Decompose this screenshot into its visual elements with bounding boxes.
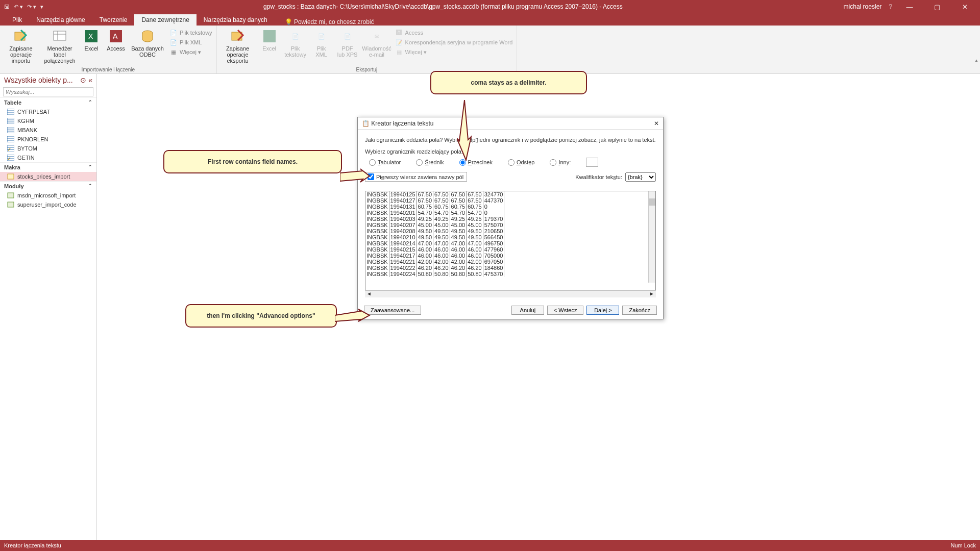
svg-rect-23 xyxy=(7,145,14,152)
export-xml-button: 📄Plik XML xyxy=(311,27,332,66)
other-delimiter-input[interactable] xyxy=(586,158,598,167)
radio-space[interactable]: Odstęp xyxy=(508,159,534,166)
table-icon xyxy=(7,127,14,133)
window-title: gpw_stocks : Baza danych- C:\Users\micha… xyxy=(47,3,838,10)
first-row-checkbox[interactable]: Pierwszy wiersz zawiera nazwy pól xyxy=(365,172,467,182)
table-icon xyxy=(7,118,14,124)
status-bar: Kreator łączenia tekstu Num Lock xyxy=(0,540,980,551)
preview-pane: INGBSK1994012567.5067.5067.5067.50324770… xyxy=(365,191,656,290)
choose-delimiter-label: Wybierz ogranicznik rozdzielający pola: xyxy=(365,148,656,155)
callout-advanced: then I'm clicking "Advanced options" xyxy=(185,304,337,328)
status-numlock: Num Lock xyxy=(950,542,976,548)
text-qualifier-label: Kwalifikator tekstu: xyxy=(575,174,622,180)
status-left: Kreator łączenia tekstu xyxy=(4,542,61,548)
saved-exports-button[interactable]: Zapisane operacje eksportu xyxy=(220,27,256,66)
export-pdf-button: 📄PDF lub XPS xyxy=(335,27,360,66)
table-icon xyxy=(7,145,14,152)
title-bar: 🖫 ↶ ▾ ↷ ▾ ▾ gpw_stocks : Baza danych- C:… xyxy=(0,0,980,13)
radio-tab[interactable]: Tabulator xyxy=(369,159,401,166)
callout-first-row: First row contains field names. xyxy=(163,150,342,173)
dialog-question: Jaki ogranicznik oddziela pola? Wybierz … xyxy=(365,137,656,143)
nav-table-item[interactable]: PKNORLEN xyxy=(0,135,96,144)
nav-section-modules[interactable]: Moduły⌃ xyxy=(0,181,96,191)
tab-external-data[interactable]: Dane zewnętrzne xyxy=(134,14,196,26)
redo-icon[interactable]: ↷ ▾ xyxy=(27,4,36,10)
qat-customize-icon[interactable]: ▾ xyxy=(40,4,43,10)
import-excel-button[interactable]: XExcel xyxy=(81,27,102,66)
import-text-file-button[interactable]: 📄Plik tekstowy xyxy=(168,28,213,37)
tell-me[interactable]: 💡 Powiedz mi, co chcesz zrobić xyxy=(285,18,374,26)
nav-table-item[interactable]: GETIN xyxy=(0,153,96,162)
nav-section-macros[interactable]: Makra⌃ xyxy=(0,162,96,172)
tab-home[interactable]: Narzędzia główne xyxy=(29,14,92,26)
navigation-pane: Wszystkie obiekty p...⊙ « Tabele⌃ CYFRPL… xyxy=(0,74,97,540)
user-name[interactable]: michal roesler xyxy=(844,3,882,10)
export-word-merge-button: 📝Korespondencja seryjna w programie Word xyxy=(394,38,514,47)
import-odbc-button[interactable]: Baza danych ODBC xyxy=(130,27,165,66)
import-access-button[interactable]: AAccess xyxy=(105,27,127,66)
svg-rect-25 xyxy=(8,174,14,179)
export-email-button: ✉Wiadomość e-mail xyxy=(363,27,391,66)
svg-rect-24 xyxy=(7,155,14,161)
text-qualifier-select[interactable]: {brak} xyxy=(625,172,656,182)
nav-header[interactable]: Wszystkie obiekty p...⊙ « xyxy=(0,74,96,86)
radio-semicolon[interactable]: Średnik xyxy=(416,159,444,166)
nav-macro-item[interactable]: stocks_prices_import xyxy=(0,172,96,181)
dialog-title-bar: 📋 Kreator łączenia tekstu ✕ xyxy=(358,117,663,130)
export-more-button: ▦Więcej ▾ xyxy=(394,47,514,57)
tab-create[interactable]: Tworzenie xyxy=(92,14,135,26)
nav-table-item[interactable]: MBANK xyxy=(0,126,96,135)
svg-rect-20 xyxy=(7,136,14,142)
next-button[interactable]: Dalej > xyxy=(586,306,619,315)
svg-text:X: X xyxy=(88,32,93,40)
wizard-icon: 📋 xyxy=(362,120,370,127)
ribbon: Zapisane operacje importu Menedżer tabel… xyxy=(0,26,980,74)
tab-db-tools[interactable]: Narzędzia bazy danych xyxy=(197,14,275,26)
svg-rect-17 xyxy=(7,127,14,133)
callout-comma: coma stays as a delimiter. xyxy=(430,71,587,94)
export-text-button: 📄Plik tekstowy xyxy=(283,27,308,66)
help-icon[interactable]: ? xyxy=(889,3,892,10)
import-xml-button[interactable]: 📄Plik XML xyxy=(168,38,213,47)
delimiter-radios: Tabulator Średnik Przecinek Odstęp Inny: xyxy=(369,158,656,167)
svg-rect-10 xyxy=(263,30,276,42)
linked-table-manager-button[interactable]: Menedżer tabel połączonych xyxy=(42,27,78,66)
minimize-button[interactable]: — xyxy=(899,3,920,11)
nav-search-input[interactable] xyxy=(3,87,93,96)
nav-table-item[interactable]: CYFRPLSAT xyxy=(0,107,96,116)
nav-section-tables[interactable]: Tabele⌃ xyxy=(0,97,96,107)
nav-module-item[interactable]: superuser_import_code xyxy=(0,200,96,209)
table-icon xyxy=(7,136,14,142)
svg-rect-14 xyxy=(7,118,14,124)
nav-module-item[interactable]: msdn_microsoft_import xyxy=(0,191,96,200)
module-icon xyxy=(7,192,14,198)
svg-text:A: A xyxy=(113,32,118,40)
cancel-button[interactable]: Anuluj xyxy=(511,306,544,315)
export-excel-button: Excel xyxy=(259,27,280,66)
ribbon-tabs: Plik Narzędzia główne Tworzenie Dane zew… xyxy=(0,13,980,26)
maximize-button[interactable]: ▢ xyxy=(927,3,947,11)
collapse-ribbon-icon[interactable]: ▲ xyxy=(974,58,979,63)
link-text-wizard-dialog: 📋 Kreator łączenia tekstu ✕ Jaki ogranic… xyxy=(357,117,664,319)
radio-other[interactable]: Inny: xyxy=(550,159,571,166)
nav-table-item[interactable]: BYTOM xyxy=(0,144,96,153)
preview-hscroll[interactable]: ◄► xyxy=(365,290,656,297)
back-button[interactable]: < Wstecz xyxy=(547,306,584,315)
save-icon[interactable]: 🖫 xyxy=(4,4,10,10)
preview-vscroll[interactable] xyxy=(648,191,655,283)
group-import-label: Importowanie i łączenie xyxy=(3,66,213,73)
advanced-button[interactable]: Zaawansowane... xyxy=(364,306,421,315)
dialog-close-button[interactable]: ✕ xyxy=(654,120,659,127)
module-icon xyxy=(7,202,14,208)
table-icon xyxy=(7,109,14,115)
close-button[interactable]: ✕ xyxy=(954,3,975,11)
svg-rect-26 xyxy=(8,193,14,198)
svg-rect-1 xyxy=(54,31,66,40)
saved-imports-button[interactable]: Zapisane operacje importu xyxy=(3,27,39,66)
import-more-button[interactable]: ▦Więcej ▾ xyxy=(168,47,213,57)
finish-button[interactable]: Zakończ xyxy=(622,306,657,315)
tab-file[interactable]: Plik xyxy=(5,14,29,26)
nav-table-item[interactable]: KGHM xyxy=(0,116,96,126)
export-access-button: 🅰Access xyxy=(394,28,514,37)
undo-icon[interactable]: ↶ ▾ xyxy=(14,4,23,10)
